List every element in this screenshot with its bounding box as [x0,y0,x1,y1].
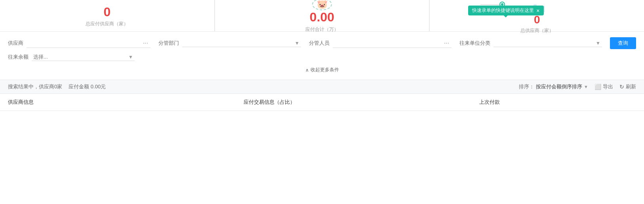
unit-category-arrow[interactable]: ▼ [596,40,600,46]
filter-balance: 往来余额 ▼ [8,53,135,61]
filter-supplier: 供应商 ··· [8,39,151,48]
stat-total-suppliers-label: 总供应商（家） [520,27,554,34]
dept-label: 分管部门 [158,40,179,47]
stats-bar: ¥ 0 总应付供应商（家） 🐷 0.00 应付合计（万） 快速录单的快捷键说明在… [0,0,644,32]
person-input-wrapper: ··· [333,39,452,48]
table-header: 供应商信息 应付交易信息（占比） 上次付款 [0,94,644,111]
pig-icon: 🐷 [312,0,332,10]
table-body [0,111,644,204]
stat-total-payable-suppliers: ¥ 0 总应付供应商（家） [0,0,215,31]
stat-payable-total-label: 应付合计（万） [305,26,339,33]
filter-row-1: 供应商 ··· 分管部门 ▼ 分管人员 ··· 往来单位分类 [8,37,636,49]
export-btn[interactable]: ⬜ 导出 [594,83,613,90]
search-button[interactable]: 查询 [610,37,636,49]
stat-total-suppliers-number: 0 [534,14,540,26]
result-amount: 应付金额 0.00元 [69,83,106,90]
balance-input-wrapper: ▼ [32,53,135,61]
export-label: 导出 [603,83,613,90]
unit-category-input[interactable] [495,40,596,46]
collapse-icon: ∧ [305,67,309,73]
unit-category-input-wrapper: ▼ [493,39,602,47]
balance-arrow[interactable]: ▼ [128,54,133,60]
sort-control[interactable]: 排序： 按应付会额倒序排序 ▼ [519,83,588,90]
refresh-icon: ↻ [619,84,624,90]
stat-payable-suppliers-number: 0 [103,5,111,19]
stat-payable-total: 🐷 0.00 应付合计（万） [215,0,430,31]
tooltip-text: 快速录单的快捷键说明在这里 [472,7,534,14]
dept-arrow[interactable]: ▼ [295,40,299,46]
supplier-dots[interactable]: ··· [142,40,149,47]
balance-input[interactable] [33,54,128,60]
refresh-btn[interactable]: ↻ 刷新 [619,83,636,90]
col-payable-info-header: 应付交易信息（占比） [244,99,479,106]
col-last-payment-header: 上次付款 [479,99,636,106]
filter-unit-category: 往来单位分类 ▼ [459,39,602,47]
supplier-label: 供应商 [8,40,23,47]
export-icon: ⬜ [594,84,601,90]
collapse-btn[interactable]: ∧ 收起更多条件 [305,67,339,73]
person-label: 分管人员 [309,40,330,47]
dept-input[interactable] [184,40,295,46]
filter-area: 供应商 ··· 分管部门 ▼ 分管人员 ··· 往来单位分类 [0,32,644,80]
filter-row-2: 往来余额 ▼ [8,53,636,61]
col-supplier-info-header: 供应商信息 [8,99,244,106]
person-input[interactable] [334,40,443,46]
unit-category-label: 往来单位分类 [459,40,490,47]
balance-label: 往来余额 [8,53,29,61]
result-actions: 排序： 按应付会额倒序排序 ▼ ⬜ 导出 ↻ 刷新 [519,83,636,90]
filter-dept: 分管部门 ▼ [158,39,301,47]
refresh-label: 刷新 [626,83,636,90]
stat-payable-total-number: 0.00 [310,10,334,24]
collapse-label: 收起更多条件 [311,67,339,73]
supplier-input[interactable] [28,40,142,46]
sort-arrow[interactable]: ▼ [584,84,588,89]
dept-input-wrapper: ▼ [182,39,301,47]
person-dots[interactable]: ··· [443,40,450,47]
sort-label[interactable]: 按应付会额倒序排序 [536,83,582,90]
collapse-row: ∧ 收起更多条件 [8,65,636,76]
result-info: 搜索结果中，供应商0家 [8,83,62,90]
tooltip-badge: 快速录单的快捷键说明在这里 × [468,6,543,15]
filter-person: 分管人员 ··· [309,39,452,48]
result-bar: 搜索结果中，供应商0家 应付金额 0.00元 排序： 按应付会额倒序排序 ▼ ⬜… [0,80,644,94]
stat-payable-suppliers-label: 总应付供应商（家） [86,21,128,27]
supplier-input-wrapper: ··· [27,39,151,48]
tooltip-close-btn[interactable]: × [536,8,539,13]
stat-total-suppliers: 快速录单的快捷键说明在这里 × 0 总供应商（家） [430,0,644,31]
sort-prefix: 排序： [519,83,534,90]
